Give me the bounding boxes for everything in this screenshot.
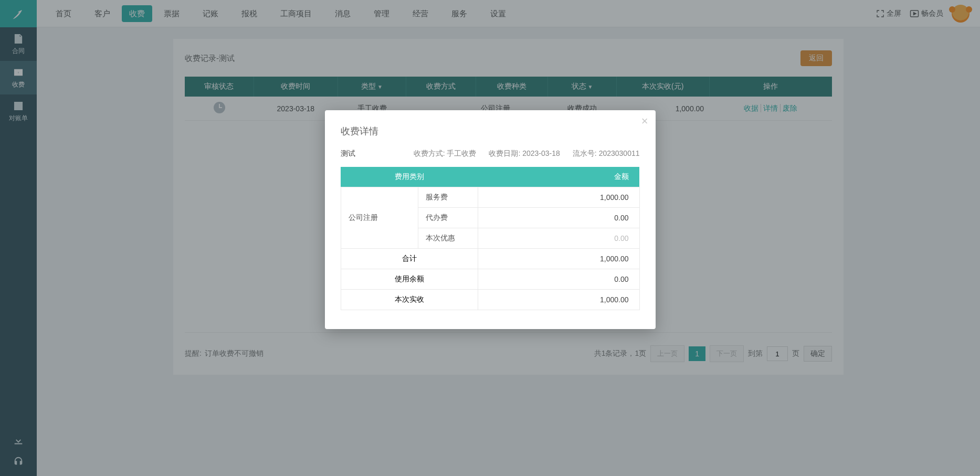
- modal-overlay[interactable]: [0, 0, 980, 27]
